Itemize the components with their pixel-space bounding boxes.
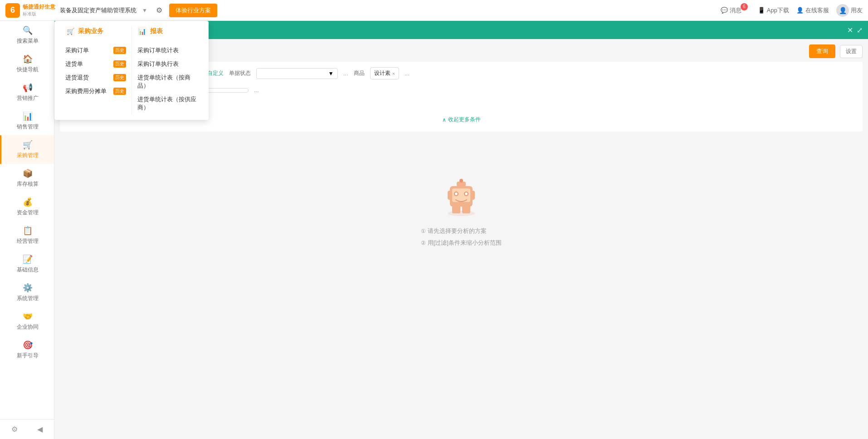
sidebar-item-newguide[interactable]: 🎯 新手引导 (0, 335, 54, 364)
system-dropdown-btn[interactable]: ▼ (140, 6, 149, 15)
messages-btn[interactable]: 💬 消息 6 (721, 6, 751, 15)
tab-expand-icon[interactable]: ⤢ (857, 26, 863, 35)
po-execute-label: 采购订单执行表 (137, 60, 179, 68)
doc-status-label: 单据状态 (229, 69, 251, 77)
sidebar-item-quicknav[interactable]: 🏠 快捷导航 (0, 49, 54, 78)
empty-line1: ① 请先选择要分析的方案 (421, 225, 502, 237)
doc-status-dots[interactable]: ... (343, 70, 348, 77)
purchase-dropdown-menu: 🛒 采购业务 采购订单 历史 进货单 历史 进货退货 (54, 21, 209, 120)
sidebar-item-finance[interactable]: 💰 资金管理 (0, 192, 54, 221)
empty-state: ① 请先选择要分析的方案 ② 用[过滤]条件来缩小分析范围 (60, 136, 863, 285)
goods-dots[interactable]: ... (405, 70, 410, 77)
sidebar-item-label: 搜索菜单 (17, 37, 39, 45)
purchase-col-header: 🛒 采购业务 (65, 26, 126, 39)
receipt-return-label: 进货退货 (65, 74, 89, 82)
messages-badge: 6 (741, 3, 748, 10)
sidebar-settings-btn[interactable]: ⚙ (8, 423, 21, 435)
receipt-summary-supplier-label: 进货单统计表（按供应商） (137, 95, 198, 112)
date-shortcut-custom[interactable]: 自定义 (207, 69, 224, 77)
purchase-col: 🛒 采购业务 采购订单 历史 进货单 历史 进货退货 (60, 26, 132, 114)
operations-icon: 📋 (23, 226, 33, 236)
receipt-return-history[interactable]: 历史 (113, 74, 126, 81)
svg-rect-4 (470, 191, 475, 200)
sidebar-item-label: 营销推广 (17, 94, 39, 102)
dropdown-item-receipt-summary-goods[interactable]: 进货单统计表（按商品） (137, 71, 198, 93)
sidebar-item-sales[interactable]: 📊 销售管理 (0, 107, 54, 135)
search-icon: 🔍 (23, 25, 33, 35)
app-download-label: App下载 (767, 6, 789, 15)
dropdown-item-expense[interactable]: 采购费用分摊单 历史 (65, 84, 126, 98)
expense-history[interactable]: 历史 (113, 88, 126, 95)
receipt-summary-goods-label: 进货单统计表（按商品） (137, 74, 198, 90)
home-icon: 🏠 (23, 54, 33, 64)
purchase-dropdown-overlay: 🛒 采购业务 采购订单 历史 进货单 历史 进货退货 (54, 21, 209, 120)
empty-text: ① 请先选择要分析的方案 ② 用[过滤]条件来缩小分析范围 (421, 225, 502, 249)
purchase-col-title: 采购业务 (78, 27, 103, 35)
sidebar-bottom: ⚙ ◀ (0, 419, 54, 439)
system-icon: ⚙️ (23, 283, 33, 293)
purchase-order-label: 采购订单 (65, 46, 89, 54)
sales-icon: 📊 (23, 111, 33, 121)
sidebar-item-operations[interactable]: 📋 经营管理 (0, 221, 54, 250)
online-service-btn[interactable]: 👤 在线客服 (796, 6, 829, 15)
settings-btn[interactable]: 设置 (840, 45, 863, 58)
receipt-label: 进货单 (65, 60, 83, 68)
svg-point-0 (448, 211, 475, 216)
sidebar-item-label: 库存核算 (17, 180, 39, 188)
purchase-order-history[interactable]: 历史 (113, 47, 126, 54)
empty-illustration (439, 173, 484, 218)
sidebar-item-basicinfo[interactable]: 📝 基础信息 (0, 250, 54, 278)
sidebar-item-label: 采购管理 (17, 152, 39, 159)
query-btn[interactable]: 查询 (809, 44, 835, 58)
sidebar-item-system[interactable]: ⚙️ 系统管理 (0, 278, 54, 307)
sidebar-item-label: 系统管理 (17, 295, 39, 302)
header-middle: 装备及固定资产辅助管理系统 ▼ ⚙ 体验行业方案 (60, 4, 721, 17)
goods-tag[interactable]: 设计素 × (370, 67, 399, 79)
dropdown-item-receipt-summary-supplier[interactable]: 进货单统计表（按供应商） (137, 93, 198, 114)
marketing-icon: 📢 (23, 83, 33, 93)
logo-area: 6 畅捷通好生意 标准版 (5, 3, 60, 18)
logo-icon: 6 (5, 3, 20, 18)
dropdown-item-po-execute[interactable]: 采购订单执行表 (137, 57, 198, 71)
sidebar-item-label: 销售管理 (17, 123, 39, 131)
sidebar-item-cooperation[interactable]: 🤝 企业协同 (0, 307, 54, 335)
report-col: 📊 报表 采购订单统计表 采购订单执行表 进货单统计表（按商品） (132, 26, 204, 114)
report-col-title: 报表 (150, 27, 163, 35)
sidebar-item-search[interactable]: 🔍 搜索菜单 (0, 21, 54, 49)
sidebar-item-label: 新手引导 (17, 352, 39, 360)
logo-text: 畅捷通好生意 标准版 (23, 4, 55, 17)
doc-status-dropdown: ▼ (328, 70, 334, 77)
avatar: 👤 (836, 4, 849, 17)
user-label: 用友 (851, 6, 863, 15)
sidebar-collapse-btn[interactable]: ◀ (34, 423, 46, 435)
finance-icon: 💰 (23, 197, 33, 207)
sidebar-item-purchase[interactable]: 🛒 采购管理 (0, 135, 54, 164)
dropdown-item-po-summary[interactable]: 采购订单统计表 (137, 44, 198, 57)
goods-tag-close[interactable]: × (392, 71, 395, 76)
sidebar-item-label: 企业协同 (17, 323, 39, 331)
app-download-btn[interactable]: 📱 App下载 (758, 6, 789, 15)
toolbar-right: 查询 设置 (809, 44, 863, 58)
user-btn[interactable]: 👤 用友 (836, 4, 863, 17)
tab-close-icon[interactable]: ✕ (847, 26, 853, 35)
report-col-icon: 📊 (137, 26, 147, 36)
header-settings-btn[interactable]: ⚙ (153, 4, 166, 17)
empty-line2: ② 用[过滤]条件来缩小分析范围 (421, 237, 502, 249)
collapse-btn[interactable]: ∧ 收起更多条件 (442, 113, 481, 126)
expense-label: 采购费用分摊单 (65, 87, 107, 95)
collapse-label: 收起更多条件 (448, 116, 481, 123)
receipt-history[interactable]: 历史 (113, 60, 126, 68)
salesperson-dots[interactable]: ... (254, 87, 259, 94)
doc-status-select[interactable]: ▼ (256, 68, 338, 79)
industry-btn[interactable]: 体验行业方案 (169, 4, 217, 17)
dropdown-item-receipt-return[interactable]: 进货退货 历史 (65, 71, 126, 84)
po-summary-label: 采购订单统计表 (137, 46, 179, 54)
sidebar-item-inventory[interactable]: 📦 库存核算 (0, 164, 54, 192)
purchase-col-icon: 🛒 (65, 26, 75, 36)
purchase-icon: 🛒 (23, 140, 33, 150)
empty-text-line2: 用[过滤]条件来缩小分析范围 (428, 239, 502, 246)
dropdown-item-purchase-order[interactable]: 采购订单 历史 (65, 44, 126, 57)
dropdown-item-receipt[interactable]: 进货单 历史 (65, 57, 126, 71)
sidebar-item-marketing[interactable]: 📢 营销推广 (0, 78, 54, 107)
basicinfo-icon: 📝 (23, 254, 33, 264)
